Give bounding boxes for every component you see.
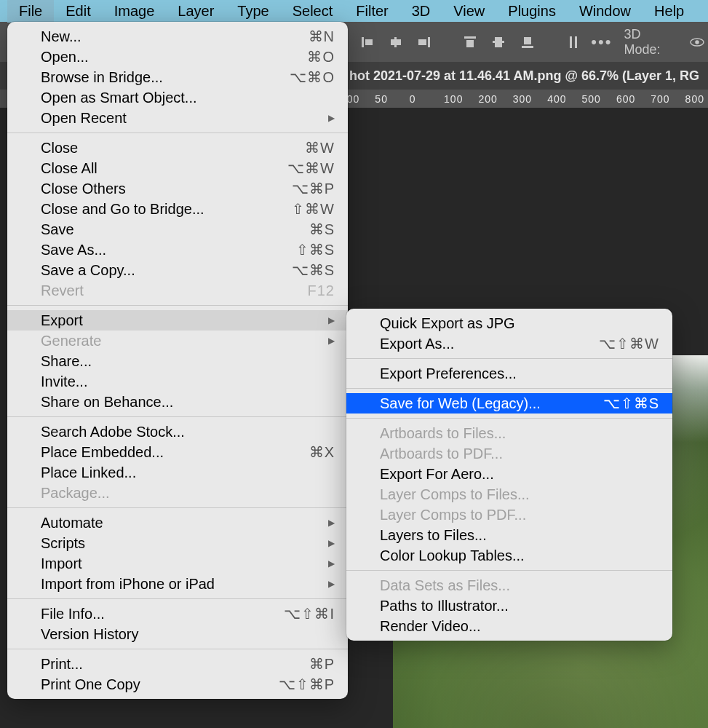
export-menu-item-export-preferences[interactable]: Export Preferences... [346, 363, 672, 384]
menu-filter[interactable]: Filter [344, 0, 399, 23]
menu-item-label: New... [41, 28, 309, 45]
menu-item-shortcut: ⌥⇧⌘I [284, 605, 335, 622]
document-tab-title: hot 2021-07-29 at 11.46.41 AM.png @ 66.7… [349, 68, 699, 84]
menubar: FileEditImageLayerTypeSelectFilter3DView… [0, 0, 708, 22]
align-top-icon[interactable] [460, 31, 481, 53]
menu-item-shortcut: ⇧⌘S [296, 241, 335, 258]
chevron-right-icon: ▶ [328, 336, 335, 346]
ruler-tick: 200 [478, 93, 501, 105]
menu-item-label: Open Recent [41, 110, 328, 127]
file-menu-item-save[interactable]: Save⌘S [7, 219, 348, 240]
file-menu-item-close-others[interactable]: Close Others⌥⌘P [7, 178, 348, 199]
svg-point-1 [696, 41, 699, 44]
file-menu-item-open-as-smart-object[interactable]: Open as Smart Object... [7, 87, 348, 108]
menu-select[interactable]: Select [281, 0, 345, 23]
file-menu-item-browse-in-bridge[interactable]: Browse in Bridge...⌥⌘O [7, 67, 348, 87]
file-menu-item-file-info[interactable]: File Info...⌥⇧⌘I [7, 604, 348, 624]
file-menu-item-print-one-copy[interactable]: Print One Copy⌥⇧⌘P [7, 674, 348, 695]
menu-item-label: Export For Aero... [380, 466, 659, 483]
export-menu-item-data-sets-as-files: Data Sets as Files... [346, 575, 672, 596]
distribute-icon[interactable] [562, 31, 584, 53]
menu-item-shortcut: ⌘N [309, 28, 335, 45]
file-menu-item-place-embedded[interactable]: Place Embedded...⌘X [7, 442, 348, 462]
file-menu-item-open-recent[interactable]: Open Recent▶ [7, 108, 348, 128]
export-menu-item-export-as[interactable]: Export As...⌥⇧⌘W [346, 333, 672, 354]
menu-window[interactable]: Window [568, 0, 643, 23]
file-menu-item-open[interactable]: Open...⌘O [7, 47, 348, 67]
menu-edit[interactable]: Edit [54, 0, 102, 23]
chevron-right-icon: ▶ [328, 558, 335, 569]
align-left-icon[interactable] [357, 31, 378, 53]
menu-item-label: Share... [41, 353, 335, 370]
ruler-tick: 50 [375, 93, 397, 105]
export-menu-item-layer-comps-to-pdf: Layer Comps to PDF... [346, 505, 672, 525]
menu-item-label: Invite... [41, 373, 335, 390]
ruler-tick: 700 [651, 93, 673, 105]
file-menu-item-save-as[interactable]: Save As...⇧⌘S [7, 240, 348, 260]
file-menu-item-invite[interactable]: Invite... [7, 371, 348, 392]
menu-item-label: Save for Web (Legacy)... [380, 395, 603, 412]
align-center-h-icon[interactable] [385, 31, 406, 53]
export-menu-item-paths-to-illustrator[interactable]: Paths to Illustrator... [346, 596, 672, 616]
menu-item-label: Data Sets as Files... [380, 577, 659, 594]
menu-view[interactable]: View [442, 0, 496, 23]
menu-layer[interactable]: Layer [166, 0, 226, 23]
file-menu-item-new[interactable]: New...⌘N [7, 26, 348, 47]
menu-item-label: Automate [41, 515, 328, 531]
file-menu-item-print[interactable]: Print...⌘P [7, 654, 348, 674]
file-menu-item-place-linked[interactable]: Place Linked... [7, 462, 348, 483]
export-menu-item-export-for-aero[interactable]: Export For Aero... [346, 464, 672, 484]
menu-item-label: Search Adobe Stock... [41, 424, 335, 440]
menu-item-label: Close Others [41, 181, 292, 197]
more-options-icon[interactable]: ••• [591, 31, 612, 53]
file-menu: New...⌘NOpen...⌘OBrowse in Bridge...⌥⌘OO… [7, 22, 348, 699]
file-menu-item-close-and-go-to-bridge[interactable]: Close and Go to Bridge...⇧⌘W [7, 199, 348, 219]
align-bottom-icon[interactable] [517, 31, 538, 53]
menu-separator [346, 418, 672, 419]
export-menu-item-quick-export-as-jpg[interactable]: Quick Export as JPG [346, 313, 672, 333]
file-menu-item-close[interactable]: Close⌘W [7, 138, 348, 158]
export-menu-item-render-video[interactable]: Render Video... [346, 616, 672, 636]
file-menu-item-automate[interactable]: Automate▶ [7, 513, 348, 533]
file-menu-item-export[interactable]: Export▶ [7, 310, 348, 331]
menu-item-label: Browse in Bridge... [41, 69, 290, 86]
export-menu-item-color-lookup-tables[interactable]: Color Lookup Tables... [346, 545, 672, 566]
menu-item-shortcut: ⌥⌘O [290, 68, 335, 86]
align-right-icon[interactable] [414, 31, 435, 53]
file-menu-item-version-history[interactable]: Version History [7, 624, 348, 644]
menu-help[interactable]: Help [643, 0, 696, 23]
menu-item-label: Save a Copy... [41, 262, 292, 279]
file-menu-item-close-all[interactable]: Close All⌥⌘W [7, 158, 348, 178]
menu-separator [7, 649, 348, 649]
menu-item-label: Place Embedded... [41, 444, 309, 461]
menu-item-label: Close [41, 140, 305, 157]
chevron-right-icon: ▶ [328, 315, 335, 325]
menu-plugins[interactable]: Plugins [496, 0, 568, 23]
menu-item-label: Import [41, 555, 328, 572]
file-menu-item-share[interactable]: Share... [7, 351, 348, 371]
file-menu-item-search-adobe-stock[interactable]: Search Adobe Stock... [7, 422, 348, 442]
file-menu-item-share-on-behance[interactable]: Share on Behance... [7, 392, 348, 412]
align-center-v-icon[interactable] [488, 31, 509, 53]
export-menu-item-layers-to-files[interactable]: Layers to Files... [346, 525, 672, 545]
file-menu-item-import-from-iphone-or-ipad[interactable]: Import from iPhone or iPad▶ [7, 574, 348, 594]
menu-image[interactable]: Image [103, 0, 167, 23]
export-menu-item-save-for-web-legacy[interactable]: Save for Web (Legacy)...⌥⇧⌘S [346, 393, 672, 414]
file-menu-item-scripts[interactable]: Scripts▶ [7, 533, 348, 553]
file-menu-item-save-a-copy[interactable]: Save a Copy...⌥⌘S [7, 260, 348, 280]
menu-separator [7, 416, 348, 417]
ruler-tick: 100 [444, 93, 466, 105]
export-menu-item-artboards-to-pdf: Artboards to PDF... [346, 443, 672, 464]
menu-separator [7, 507, 348, 508]
menu-separator [346, 388, 672, 389]
menu-file[interactable]: File [7, 0, 54, 23]
menu-type[interactable]: Type [226, 0, 280, 23]
file-menu-item-import[interactable]: Import▶ [7, 553, 348, 574]
menu-item-label: Generate [41, 333, 328, 349]
ruler-tick: 400 [547, 93, 570, 105]
ruler-tick: 500 [582, 93, 605, 105]
menu-3d[interactable]: 3D [400, 0, 442, 23]
menu-item-label: Close and Go to Bridge... [41, 201, 292, 218]
3d-orbit-icon[interactable] [687, 31, 708, 53]
menu-item-label: Open as Smart Object... [41, 90, 335, 106]
